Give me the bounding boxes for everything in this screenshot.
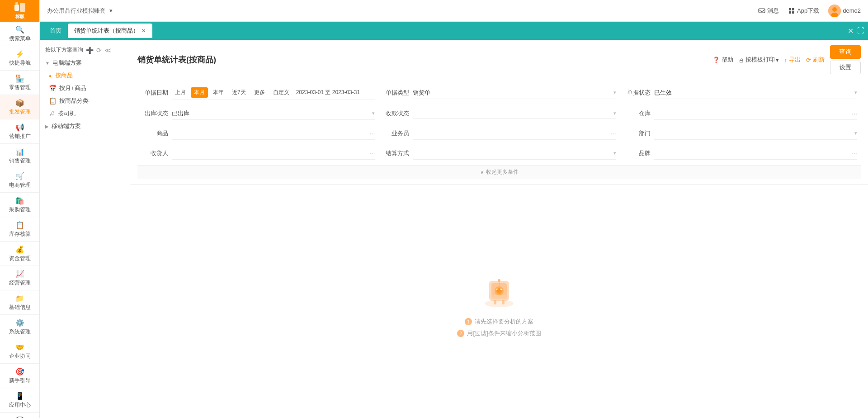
sidebar-item-sales[interactable]: 📊 销售管理 (0, 144, 39, 168)
salesman-control[interactable]: ··· (413, 127, 616, 140)
inventory-icon: 📋 (15, 221, 24, 229)
tree-section-mobile[interactable]: ▶ 移动端方案 (40, 120, 130, 133)
svg-rect-23 (502, 300, 505, 304)
sidebar-item-search-menu[interactable]: 🔍 搜索菜单 (0, 22, 39, 46)
svg-point-19 (500, 290, 501, 290)
collapse-bar[interactable]: ∧ 收起更多条件 (137, 165, 861, 179)
sidebar-item-app-center[interactable]: 📱 应用中心 (0, 388, 39, 413)
refresh-label: 刷新 (813, 56, 825, 64)
tree-item-by-cashier[interactable]: 🖨 按司机 (40, 107, 130, 120)
refresh-btn[interactable]: ⟳ 刷新 (806, 56, 825, 64)
export-btn[interactable]: ↑ 导出 (784, 56, 801, 64)
sidebar-item-inventory[interactable]: 📋 库存核算 (0, 217, 39, 242)
app-download-btn[interactable]: App下载 (788, 7, 819, 15)
sidebar-item-quick-nav[interactable]: ⚡ 快捷导航 (0, 46, 39, 71)
status-arrow-icon: ▾ (854, 90, 857, 95)
sidebar-item-base-info[interactable]: 📁 基础信息 (0, 290, 39, 315)
sidebar-item-newbie[interactable]: 🎯 新手引导 (0, 364, 39, 388)
receipt-filter-cell: 收款状态 ▾ (378, 105, 619, 122)
print-btn[interactable]: 🖨 按模板打印 ▾ (739, 56, 779, 64)
tree-section-pc[interactable]: ▼ 电脑端方案 (40, 57, 130, 69)
svg-rect-6 (789, 11, 791, 14)
sidebar-item-label-retail: 零售管理 (9, 84, 31, 90)
sidebar-item-wholesale[interactable]: 📦 批发管理 (0, 95, 39, 119)
retail-icon: 🏪 (15, 74, 24, 83)
collapse-panel-btn[interactable]: ≪ (104, 47, 111, 54)
tree-item-by-cashier-label: 按司机 (58, 109, 75, 118)
help-label: 帮助 (722, 56, 733, 64)
sidebar-item-purchase[interactable]: 🛍️ 采购管理 (0, 193, 39, 217)
message-btn[interactable]: 消息 (758, 7, 779, 15)
date-btn-this-month[interactable]: 本月 (191, 87, 208, 98)
sidebar-item-marketing[interactable]: 📢 营销推广 (0, 119, 39, 144)
active-item-indicator: ● (49, 73, 52, 78)
storage-filter-cell: 仓库 ··· (620, 105, 861, 122)
dept-filter-cell: 部门 ▾ (620, 125, 861, 142)
date-btn-last-month[interactable]: 上月 (172, 87, 189, 98)
date-btn-this-year[interactable]: 本年 (210, 87, 227, 98)
storage-dots-icon[interactable]: ··· (852, 110, 857, 117)
tab-bar-close-btn[interactable]: ✕ (848, 27, 854, 35)
sidebar-item-ecommerce[interactable]: 🛒 电商管理 (0, 168, 39, 193)
search-menu-icon: 🔍 (15, 25, 24, 34)
warehouse-control[interactable]: 已出库 ▾ (172, 108, 375, 120)
salesman-dots-icon[interactable]: ··· (611, 130, 616, 137)
logo-text: 标版 (15, 14, 24, 20)
sidebar-item-operations[interactable]: 📈 经营管理 (0, 266, 39, 290)
svg-point-18 (497, 290, 498, 290)
sidebar-item-finance[interactable]: 💰 资金管理 (0, 242, 39, 266)
tab-home[interactable]: 首页 (43, 24, 68, 38)
date-btn-more[interactable]: 更多 (251, 87, 268, 98)
date-btn-7days[interactable]: 近7天 (229, 87, 249, 98)
tab-bar-expand-btn[interactable]: ⛶ (857, 27, 864, 35)
svg-point-11 (485, 300, 514, 307)
dept-control[interactable]: ▾ (654, 127, 857, 140)
avatar (828, 5, 841, 17)
left-panel-header: 按以下方案查询 ➕ ⟳ ≪ (40, 43, 130, 57)
svg-rect-1 (20, 3, 25, 12)
tree-item-by-category[interactable]: 📋 按商品分类 (40, 95, 130, 107)
status-label: 单据状态 (623, 89, 654, 97)
svg-rect-5 (792, 8, 794, 10)
receiver-dots-icon[interactable]: ··· (370, 150, 375, 157)
receipt-control[interactable]: ▾ (413, 109, 616, 119)
user-menu[interactable]: demo2 (828, 5, 861, 17)
logo: 标版 (0, 0, 39, 22)
sidebar-item-enterprise-coop[interactable]: 🤝 企业协同 (0, 339, 39, 364)
tree-item-by-product[interactable]: ● 按商品 (40, 69, 130, 82)
help-btn[interactable]: ❓ 帮助 (712, 56, 733, 64)
settlement-control[interactable]: ▾ (413, 147, 616, 160)
brand-label: 品牌 (623, 149, 654, 157)
type-control[interactable]: 销货单 ▾ (413, 87, 616, 99)
tab-sales-stats[interactable]: 销货单统计表（按商品） ✕ (68, 24, 152, 38)
sidebar-item-retail[interactable]: 🏪 零售管理 (0, 71, 39, 95)
svg-point-21 (498, 279, 500, 282)
pc-section-label: 电脑端方案 (52, 59, 82, 67)
status-control[interactable]: 已生效 ▾ (654, 87, 857, 99)
brand-control[interactable]: ··· (654, 147, 857, 160)
brand-dots-icon[interactable]: ··· (852, 150, 857, 157)
breadcrumb-dropdown[interactable]: ▾ (109, 7, 113, 14)
operations-icon: 📈 (15, 270, 24, 278)
settings-button[interactable]: 设置 (830, 61, 861, 74)
ecommerce-icon: 🛒 (15, 172, 24, 180)
product-dots-icon[interactable]: ··· (370, 130, 375, 137)
receiver-control[interactable]: ··· (172, 147, 375, 160)
sidebar-item-sys-mgmt[interactable]: ⚙️ 系统管理 (0, 315, 39, 339)
tab-close-btn[interactable]: ✕ (142, 28, 146, 33)
salesman-label: 业务员 (382, 129, 413, 138)
query-button[interactable]: 查询 (830, 45, 861, 59)
add-scheme-btn[interactable]: ➕ (86, 47, 94, 54)
hint2-bullet: 2 (457, 330, 464, 337)
date-btn-custom[interactable]: 自定义 (270, 87, 292, 98)
breadcrumb-text: 办公用品行业模拟账套 (47, 7, 106, 15)
tree-item-by-month-product[interactable]: 📅 按月+商品 (40, 82, 130, 95)
refresh-scheme-btn[interactable]: ⟳ (96, 47, 102, 54)
sidebar-item-wechat[interactable]: 💬 企业微信 (0, 413, 39, 418)
message-label: 消息 (767, 7, 779, 15)
storage-control[interactable]: ··· (654, 107, 857, 120)
product-control[interactable]: ··· (172, 127, 375, 140)
mobile-section-arrow: ▶ (45, 124, 49, 129)
empty-hint-1: 1 请先选择要分析的方案 (465, 318, 533, 326)
settlement-filter-cell: 结算方式 ▾ (378, 145, 619, 162)
